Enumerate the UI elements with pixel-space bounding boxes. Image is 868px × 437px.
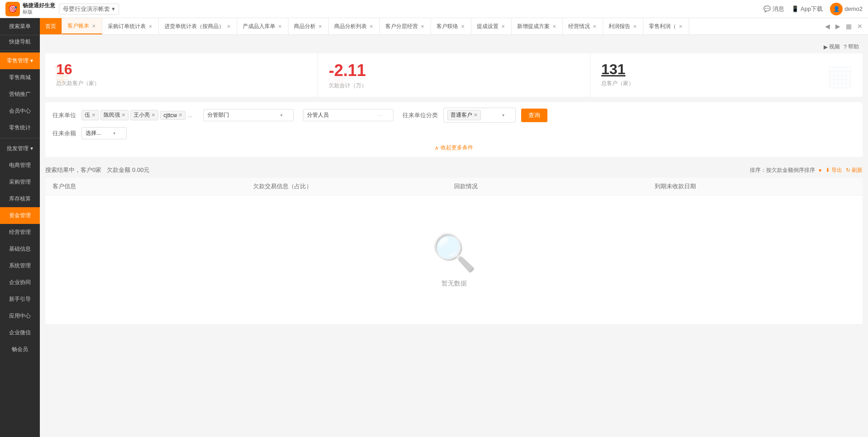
sidebar-divider bbox=[0, 50, 40, 51]
tab-close-operations[interactable]: ✕ bbox=[592, 24, 597, 29]
sidebar-item-apps[interactable]: 应用中心 bbox=[0, 308, 40, 324]
category-select[interactable]: 普通客户 ✕ ▾ bbox=[443, 108, 516, 123]
tab-purchase-order-stats[interactable]: 采购订单统计表 ✕ bbox=[102, 18, 159, 34]
message-btn[interactable]: 💬 消息 bbox=[763, 5, 784, 13]
tab-bar: 首页 客户账本 ✕ 采购订单统计表 ✕ 进货单统计表（按商品） ✕ 产成品入库单… bbox=[40, 18, 868, 34]
logo-icon: 🎯 bbox=[5, 2, 20, 16]
table-col-customer-info: 客户信息 bbox=[53, 182, 253, 190]
sidebar-item-finance[interactable]: 资金管理 bbox=[0, 207, 40, 224]
tab-close-profit[interactable]: ✕ bbox=[632, 24, 638, 29]
sidebar-item-operations[interactable]: 经营管理 bbox=[0, 224, 40, 241]
sidebar-item-member2[interactable]: 畅会员 bbox=[0, 341, 40, 358]
tab-operations[interactable]: 经营情况 ✕ bbox=[563, 18, 603, 34]
remove-cjttcw-icon[interactable]: ✕ bbox=[178, 112, 182, 118]
account-dropdown[interactable]: 母婴行业演示帐套 ▾ bbox=[59, 4, 119, 14]
remove-normal-customer-icon[interactable]: ✕ bbox=[474, 112, 478, 118]
sidebar-item-retail-mall[interactable]: 零售商城 bbox=[0, 69, 40, 86]
sidebar-item-ecommerce[interactable]: 电商管理 bbox=[0, 157, 40, 174]
sidebar-item-enterprise[interactable]: 企业协同 bbox=[0, 274, 40, 291]
tab-customer-contact[interactable]: 客户联络 ✕ bbox=[431, 18, 471, 34]
video-btn[interactable]: ▶ 视频 bbox=[824, 43, 840, 51]
tab-close-customer-ledger[interactable]: ✕ bbox=[91, 23, 96, 29]
tab-close-analysis-list[interactable]: ✕ bbox=[369, 24, 374, 29]
tab-close-contact[interactable]: ✕ bbox=[460, 24, 465, 29]
top-bar-left: 🎯 畅捷通好生意 标版 母婴行业演示帐套 ▾ bbox=[5, 2, 119, 16]
tab-new-commission[interactable]: 新增提成方案 ✕ bbox=[512, 18, 563, 34]
tab-close-tier[interactable]: ✕ bbox=[420, 24, 425, 29]
chevron-up-icon: ∧ bbox=[435, 145, 439, 151]
tab-close-all-btn[interactable]: ✕ bbox=[855, 22, 864, 31]
sidebar-divider2 bbox=[0, 138, 40, 138]
table-col-due-date: 到期未收款日期 bbox=[655, 182, 855, 190]
filter-more-btn[interactable]: ... bbox=[187, 112, 192, 119]
search-button[interactable]: 查询 bbox=[521, 109, 547, 122]
sidebar-item-purchase[interactable]: 采购管理 bbox=[0, 174, 40, 190]
tab-customer-tier[interactable]: 客户分层经营 ✕ bbox=[380, 18, 431, 34]
remove-chen-icon[interactable]: ✕ bbox=[121, 112, 125, 118]
remove-wu-icon[interactable]: ✕ bbox=[91, 112, 96, 118]
filter-tag-cjttcw[interactable]: cjttcw ✕ bbox=[160, 111, 186, 120]
remove-wang-icon[interactable]: ✕ bbox=[151, 112, 155, 118]
sidebar-item-retail-stats[interactable]: 零售统计 bbox=[0, 119, 40, 136]
sidebar-item-guide[interactable]: 新手引导 bbox=[0, 291, 40, 308]
tab-menu-btn[interactable]: ▦ bbox=[844, 22, 854, 31]
main-layout: 搜索菜单 快捷导航 零售管理 ▾ 零售商城 营销推广 会员中心 零售统计 批发管… bbox=[0, 18, 868, 437]
sidebar-item-basic-info[interactable]: 基础信息 bbox=[0, 241, 40, 257]
help-btn[interactable]: ? 帮助 bbox=[844, 43, 859, 51]
tab-close-inbound[interactable]: ✕ bbox=[277, 24, 283, 29]
department-select[interactable]: 分管部门 ▾ bbox=[203, 109, 294, 121]
sidebar-item-inventory[interactable]: 库存核算 bbox=[0, 190, 40, 207]
tab-purchase-stats-product[interactable]: 进货单统计表（按商品） ✕ bbox=[159, 18, 237, 34]
tab-home[interactable]: 首页 bbox=[40, 18, 62, 34]
tab-scroll-left-btn[interactable]: ◀ bbox=[823, 22, 832, 31]
export-btn[interactable]: ⬇ 导出 bbox=[825, 166, 842, 174]
main-content: 首页 客户账本 ✕ 采购订单统计表 ✕ 进货单统计表（按商品） ✕ 产成品入库单… bbox=[40, 18, 868, 437]
person-select[interactable]: 分管人员 ··· bbox=[303, 109, 393, 121]
app-download-btn[interactable]: 📱 App下载 bbox=[791, 5, 823, 13]
remaining-select[interactable]: 选择... ▾ bbox=[82, 127, 127, 139]
sidebar-item-wholesale[interactable]: 批发管理 ▾ bbox=[0, 140, 40, 157]
content-area: ▶ 视频 ? 帮助 ¥ 16 总欠款客户（家） ◈ -2.11 欠款 bbox=[40, 35, 868, 437]
tab-product-analysis-list[interactable]: 商品分析列表 ✕ bbox=[329, 18, 380, 34]
collapse-row: ∧ 收起更多条件 bbox=[53, 144, 855, 152]
tab-scroll-right-btn[interactable]: ▶ bbox=[834, 22, 842, 31]
table-col-debt-info: 欠款交易信息（占比） bbox=[253, 182, 454, 190]
filter-tag-normal-customer[interactable]: 普通客户 ✕ bbox=[447, 110, 481, 120]
filter-tag-wu[interactable]: 伍 ✕ bbox=[82, 110, 99, 120]
sidebar-item-marketing[interactable]: 营销推广 bbox=[0, 86, 40, 103]
empty-state-text: 暂无数据 bbox=[441, 280, 467, 288]
top-bar-right: 💬 消息 📱 App下载 👤 demo2 bbox=[763, 3, 863, 15]
collapse-btn[interactable]: ∧ 收起更多条件 bbox=[435, 144, 473, 152]
sidebar-nav[interactable]: 快捷导航 bbox=[0, 35, 40, 48]
tab-close-retail-profit[interactable]: ✕ bbox=[678, 24, 683, 29]
sort-label: 排序：按欠款金额倒序排序 bbox=[750, 166, 815, 174]
results-count: 搜索结果中，客户0家 bbox=[45, 166, 101, 174]
sidebar-item-retail-management[interactable]: 零售管理 ▾ bbox=[0, 52, 40, 69]
sidebar-item-member[interactable]: 会员中心 bbox=[0, 103, 40, 119]
refresh-icon: ↻ bbox=[846, 167, 850, 173]
filter-tag-wang[interactable]: 王小亮 ✕ bbox=[130, 110, 158, 120]
tab-close-analysis[interactable]: ✕ bbox=[317, 24, 323, 29]
play-icon: ▶ bbox=[824, 44, 828, 50]
sidebar-search[interactable]: 搜索菜单 bbox=[0, 18, 40, 35]
tab-customer-ledger[interactable]: 客户账本 ✕ bbox=[62, 18, 102, 34]
tab-close-commission[interactable]: ✕ bbox=[500, 24, 506, 29]
tab-product-inbound[interactable]: 产成品入库单 ✕ bbox=[237, 18, 288, 34]
stat-label-total: 总客户（家） bbox=[601, 80, 634, 87]
refresh-btn[interactable]: ↻ 刷新 bbox=[846, 166, 863, 174]
tab-close-purchase2[interactable]: ✕ bbox=[226, 24, 231, 29]
tab-retail-profit[interactable]: 零售利润（ ✕ bbox=[643, 18, 689, 34]
user-avatar-btn[interactable]: 👤 demo2 bbox=[830, 3, 863, 15]
filter-tag-chen[interactable]: 陈民强 ✕ bbox=[101, 110, 129, 120]
tab-close-new-commission[interactable]: ✕ bbox=[551, 24, 557, 29]
sort-chevron-icon: ▾ bbox=[819, 167, 822, 174]
tab-product-analysis[interactable]: 商品分析 ✕ bbox=[288, 18, 329, 34]
chevron-down-icon: ▾ bbox=[30, 145, 33, 152]
tab-close-purchase[interactable]: ✕ bbox=[148, 24, 153, 29]
tab-bar-actions: ◀ ▶ ▦ ✕ bbox=[820, 22, 868, 31]
sidebar-item-wechat[interactable]: 企业微信 bbox=[0, 324, 40, 341]
tab-profit-report[interactable]: 利润报告 ✕ bbox=[603, 18, 643, 34]
tab-commission-settings[interactable]: 提成设置 ✕ bbox=[471, 18, 512, 34]
sidebar-item-system[interactable]: 系统管理 bbox=[0, 257, 40, 274]
chevron-down-icon: ▾ bbox=[112, 5, 115, 12]
